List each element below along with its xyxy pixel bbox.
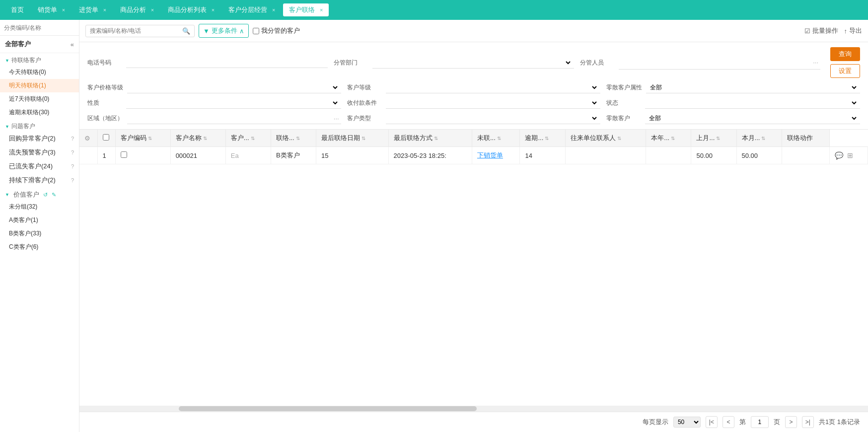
action-grid-icon[interactable]: ⊞ <box>847 151 853 159</box>
col-action: 联络动作 <box>782 130 830 147</box>
sidebar-item-lost[interactable]: 已流失客户(24)? <box>0 159 79 173</box>
filter-nature-wrapper <box>126 97 341 109</box>
filter-customer-level-label: 客户等级 <box>347 83 382 92</box>
first-page-btn[interactable]: |< <box>706 416 718 428</box>
nav-customer-layering[interactable]: 客户分层经营 × <box>222 3 281 16</box>
col-type[interactable]: 客户...⇅ <box>225 130 271 147</box>
filter-region-input[interactable] <box>129 115 334 122</box>
nav-purchase-close[interactable]: × <box>103 7 106 13</box>
sidebar-value-refresh[interactable]: ↺ <box>43 192 48 198</box>
sidebar-item-ungrouped[interactable]: 未分组(32) <box>0 200 79 214</box>
filter-manager-input[interactable] <box>621 58 813 68</box>
last-page-btn[interactable]: >| <box>802 416 814 428</box>
per-page-select[interactable]: 50 100 <box>673 417 701 428</box>
nav-customer-contact[interactable]: 客户联络 × <box>283 3 329 16</box>
export-btn[interactable]: ↑ 导出 <box>844 26 863 35</box>
filter-manager-dots[interactable]: ··· <box>813 59 818 66</box>
col-last-date[interactable]: 最后联络日期⇅ <box>316 130 388 147</box>
col-this-month[interactable]: 本月...⇅ <box>736 130 782 147</box>
nav-product-analysis[interactable]: 商品分析 × <box>114 3 160 16</box>
export-icon: ↑ <box>844 27 848 35</box>
sidebar-group-value: 价值客户 ↺ ✎ <box>0 187 79 200</box>
nav-purchase[interactable]: 进货单 × <box>73 3 112 16</box>
scrollbar-thumb[interactable] <box>179 406 477 411</box>
col-overdue[interactable]: 逾期...⇅ <box>520 130 565 147</box>
filter-dept-select[interactable] <box>374 59 572 67</box>
filter-region-dots[interactable]: ··· <box>334 115 339 122</box>
nav-product-analysis-list[interactable]: 商品分析列表 × <box>162 3 220 16</box>
nav-sales[interactable]: 销货单 × <box>32 3 71 16</box>
sidebar-item-declining[interactable]: 持续下滑客户(2)? <box>0 173 79 187</box>
sidebar-search-input[interactable] <box>4 24 78 31</box>
search-box: 🔍 <box>85 25 195 37</box>
nav-product-analysis-close[interactable]: × <box>151 7 154 13</box>
col-code[interactable]: 客户编码⇅ <box>115 130 170 147</box>
filter-status-wrapper <box>645 97 860 109</box>
filter-status-select[interactable] <box>647 99 858 107</box>
set-button[interactable]: 设置 <box>830 64 860 78</box>
col-checkbox <box>97 130 115 147</box>
filter-nature-select[interactable] <box>128 99 339 107</box>
filter-phone-input[interactable] <box>126 58 328 68</box>
sidebar-item-b-class[interactable]: B类客户(33) <box>0 227 79 240</box>
filter-panel: 电话号码 分管部门 分管人员 ··· <box>79 42 868 130</box>
batch-icon: ☑ <box>804 27 810 35</box>
my-customers-checkbox[interactable] <box>253 28 259 34</box>
select-all-checkbox[interactable] <box>103 134 109 141</box>
prev-page-btn[interactable]: < <box>723 416 734 428</box>
row-name-cell: Ea <box>225 147 271 164</box>
filter-price-level-select[interactable] <box>129 83 339 91</box>
filter-nature: 性质 <box>87 97 341 109</box>
sidebar-item-today[interactable]: 今天待联络(0) <box>0 66 79 79</box>
next-page-btn[interactable]: > <box>785 416 797 428</box>
nav-sales-close[interactable]: × <box>62 7 65 13</box>
query-button[interactable]: 查询 <box>830 47 860 61</box>
nav-customer-contact-close[interactable]: × <box>320 7 323 13</box>
batch-action-btn[interactable]: ☑ 批量操作 <box>804 26 838 35</box>
row-unit-contact-cell <box>646 147 691 164</box>
col-unit-contact[interactable]: 往来单位联系人⇅ <box>565 130 646 147</box>
search-input[interactable] <box>90 27 179 34</box>
search-icon[interactable]: 🔍 <box>182 27 190 35</box>
last-method-link[interactable]: 下销货单 <box>477 151 503 159</box>
sidebar-item-7days[interactable]: 近7天待联络(0) <box>0 92 79 106</box>
sidebar-item-abnormal[interactable]: 回购异常客户(2)? <box>0 132 79 145</box>
filter-retail-attr-select[interactable]: 全部 <box>648 83 858 91</box>
nav-home[interactable]: 首页 <box>5 3 30 16</box>
nav-product-list-close[interactable]: × <box>212 7 215 13</box>
sidebar-all-customers[interactable]: 全部客户 « <box>0 36 79 53</box>
filter-btn[interactable]: ▼ 更多条件 ∧ <box>199 24 249 38</box>
col-last-method[interactable]: 最后联络方式⇅ <box>388 130 472 147</box>
col-contact-count-label: 联络... <box>276 134 294 142</box>
row-checkbox[interactable] <box>121 151 127 158</box>
col-this-month-label: 本月... <box>742 134 760 142</box>
filter-payment-select[interactable] <box>388 99 599 107</box>
my-customers-checkbox-label[interactable]: 我分管的客户 <box>253 26 300 35</box>
sidebar-item-overdue[interactable]: 逾期未联络(30) <box>0 106 79 119</box>
horizontal-scrollbar[interactable] <box>79 406 868 412</box>
sidebar-item-c-class[interactable]: C类客户(6) <box>0 240 79 254</box>
filter-customer-level-select[interactable] <box>388 83 599 91</box>
sidebar-item-a-class[interactable]: A类客户(1) <box>0 214 79 227</box>
gear-settings-icon[interactable]: ⚙ <box>84 135 90 142</box>
col-name[interactable]: 客户名称⇅ <box>170 130 225 147</box>
nav-customer-layering-close[interactable]: × <box>272 7 275 13</box>
col-last-month[interactable]: 上月...⇅ <box>691 130 736 147</box>
page-number-input[interactable] <box>751 416 769 428</box>
filter-phone: 电话号码 <box>87 58 328 68</box>
filter-retail-customer-select[interactable]: 全部 <box>647 114 858 122</box>
sidebar-value-edit[interactable]: ✎ <box>52 192 56 198</box>
sidebar-collapse-icon[interactable]: « <box>71 41 74 48</box>
top-nav: 首页 销货单 × 进货单 × 商品分析 × 商品分析列表 × 客户分层经营 × … <box>0 0 868 20</box>
col-this-year[interactable]: 本年...⇅ <box>646 130 691 147</box>
filter-actions: 查询 设置 <box>830 47 860 78</box>
sidebar-item-warn[interactable]: 流失预警客户(3)? <box>0 145 79 159</box>
filter-customer-type-select[interactable] <box>388 114 599 122</box>
sidebar-item-tomorrow[interactable]: 明天待联络(1) <box>0 79 79 92</box>
row-last-method-cell: 下销货单 <box>472 147 520 164</box>
col-uncontacted[interactable]: 未联...⇅ <box>472 130 520 147</box>
action-message-icon[interactable]: 💬 <box>835 151 843 159</box>
row-action-cell: 💬 ⊞ <box>830 147 868 164</box>
col-contact-count[interactable]: 联络...⇅ <box>271 130 316 147</box>
filter-customer-type-wrapper <box>386 113 601 124</box>
